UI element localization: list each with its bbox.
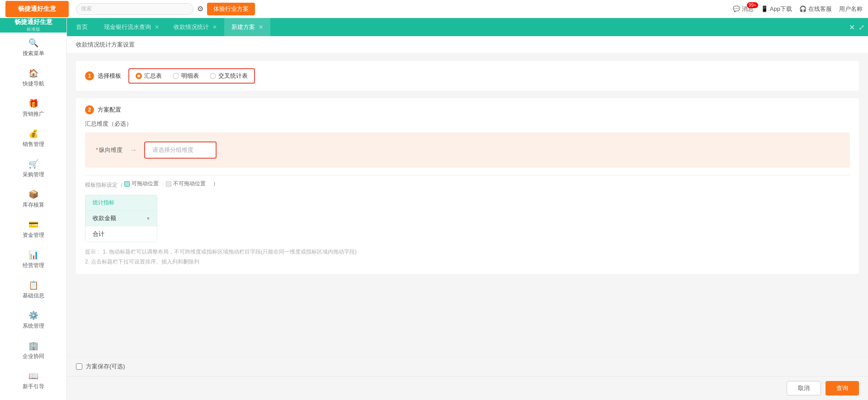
sidebar-item-finance[interactable]: 💳 资金管理: [0, 214, 66, 245]
sidebar-label-search-menu: 搜索菜单: [23, 50, 44, 57]
sidebar-item-quick-nav[interactable]: 🏠 快捷导航: [0, 63, 66, 93]
user-area[interactable]: 用户名称: [839, 5, 863, 13]
step1-badge: 1: [85, 71, 94, 80]
required-star: *: [96, 146, 98, 153]
marketing-icon: 🎁: [28, 99, 38, 108]
sidebar-item-search-menu[interactable]: 🔍 搜索菜单: [0, 33, 66, 63]
tab-receipt-stats[interactable]: 收款情况统计 ✕: [166, 18, 224, 36]
sidebar-item-basic[interactable]: 📋 基础信息: [0, 275, 66, 305]
dimension-area: *纵向维度 → 请选择分组维度: [85, 132, 850, 168]
top-bar: 畅捷通好生意 搜索 ⚙ 体验行业方案 💬 消息 99+ 📱 App下载 🎧 在线…: [0, 0, 868, 18]
hint-1: 提示： 1. 拖动标题栏可以调整布局，不可跨维度或指标区域拖动栏目字段(只能在同…: [85, 247, 850, 257]
sidebar-label-quick-nav: 快捷导航: [23, 80, 44, 88]
settings-icon[interactable]: ⚙: [197, 5, 203, 13]
sidebar-label-operation: 经营管理: [23, 262, 44, 269]
sidebar-label-marketing: 营销推广: [23, 110, 44, 118]
system-icon: ⚙️: [28, 311, 38, 320]
indicator-desc: 模板指标设定（ 可拖动位置 不可拖动位置 ）: [85, 180, 850, 191]
guide-icon: 📖: [28, 371, 38, 381]
indicator-section: 模板指标设定（ 可拖动位置 不可拖动位置 ）: [85, 180, 850, 244]
arrow-icon: →: [130, 146, 137, 154]
sidebar-item-marketing[interactable]: 🎁 营销推广: [0, 93, 66, 123]
sidebar-label-purchase: 采购管理: [23, 171, 44, 179]
sidebar-label-basic: 基础信息: [23, 292, 44, 300]
industry-btn[interactable]: 体验行业方案: [207, 3, 255, 15]
inventory-icon: 📦: [28, 189, 38, 199]
top-bar-actions: 💬 消息 99+ 📱 App下载 🎧 在线客服 用户名称: [733, 5, 863, 13]
sidebar-item-inventory[interactable]: 📦 库存核算: [0, 184, 66, 214]
step2-badge: 2: [85, 105, 94, 114]
hint-2: 2. 点击标题栏下拉可设置排序、插入列和删除列: [85, 257, 850, 267]
sidebar-item-enterprise[interactable]: 🏢 企业协同: [0, 335, 66, 366]
search-placeholder-text: 搜索: [81, 5, 92, 13]
receipts-dropdown-icon[interactable]: ▾: [147, 216, 150, 221]
query-button[interactable]: 查询: [826, 381, 859, 395]
radio-cross-circle: [210, 73, 216, 79]
enterprise-icon: 🏢: [28, 341, 38, 351]
download-area[interactable]: 📱 App下载: [761, 5, 792, 13]
tab-receipt-stats-close[interactable]: ✕: [212, 24, 217, 30]
indicator-table-body: 收款金额 ▾ 合计: [85, 211, 157, 242]
step1-label: 1 选择模板: [85, 71, 121, 80]
dimension-title: 汇总维度（必选）: [85, 120, 850, 128]
sidebar-label-sales: 销售管理: [23, 141, 44, 148]
radio-summary-circle: [136, 73, 142, 79]
fixed-dot: [166, 181, 171, 187]
sidebar-item-purchase[interactable]: 🛒 采购管理: [0, 154, 66, 184]
template-radio-group: 汇总表 明细表 交叉统计表: [128, 68, 255, 84]
sidebar-item-hardware[interactable]: 🖥️ 智能硬件: [0, 396, 66, 400]
indicator-row-receipts[interactable]: 收款金额 ▾: [85, 211, 157, 226]
indicator-row-total: 合计: [85, 226, 157, 242]
hint-section: 提示： 1. 拖动标题栏可以调整布局，不可跨维度或指标区域拖动栏目字段(只能在同…: [85, 247, 850, 267]
sidebar-item-guide[interactable]: 📖 新手引导: [0, 366, 66, 396]
sidebar-item-sales[interactable]: 💰 销售管理: [0, 123, 66, 154]
tab-bank-flow[interactable]: 现金银行流水查询 ✕: [97, 18, 166, 36]
save-checkbox[interactable]: [76, 363, 82, 370]
dimension-row: *纵向维度 → 请选择分组维度: [96, 141, 839, 159]
indicator-table: 统计指标 收款金额 ▾ 合计: [85, 195, 157, 242]
radio-detail[interactable]: 明细表: [173, 72, 199, 80]
sidebar-logo-text: 畅捷通好生意: [14, 18, 52, 26]
window-maximize-icon[interactable]: ⤢: [859, 23, 864, 32]
movable-dot: [124, 181, 130, 187]
legend-fixed: 不可拖动位置: [166, 180, 206, 188]
quick-nav-icon: 🏠: [28, 68, 38, 78]
tab-bank-flow-close[interactable]: ✕: [155, 24, 159, 30]
sidebar-edition: 标准版: [27, 26, 40, 33]
main-content: 首页 现金银行流水查询 ✕ 收款情况统计 ✕ 新建方案 ✕ ✕ ⤢: [67, 18, 868, 400]
search-menu-icon: 🔍: [28, 38, 38, 48]
sidebar-item-system[interactable]: ⚙️ 系统管理: [0, 305, 66, 335]
message-icon-area[interactable]: 💬 消息 99+: [733, 5, 754, 13]
app-logo: 畅捷通好生意: [5, 1, 69, 17]
layout: 畅捷通好生意 标准版 🔍 搜索菜单 🏠 快捷导航 🎁 营销推广 💰 销售管理 🛒…: [0, 18, 868, 400]
basic-icon: 📋: [28, 280, 38, 290]
indicator-legend: 可拖动位置 不可拖动位置 ）: [124, 180, 218, 188]
search-bar[interactable]: 搜索: [76, 3, 193, 15]
sidebar-item-operation[interactable]: 📊 经营管理: [0, 245, 66, 275]
template-row: 1 选择模板 汇总表 明细表: [85, 68, 850, 84]
radio-summary[interactable]: 汇总表: [136, 72, 162, 80]
tab-window-actions: ✕ ⤢: [845, 18, 868, 36]
step2-title: 2 方案配置: [85, 105, 850, 114]
sidebar-logo: 畅捷通好生意 标准版: [0, 18, 66, 33]
radio-detail-circle: [173, 73, 179, 79]
sidebar-label-finance: 资金管理: [23, 231, 44, 239]
tab-new-plan[interactable]: 新建方案 ✕: [224, 18, 270, 36]
step2-section: 2 方案配置 汇总维度（必选） *纵向维度 →: [76, 98, 859, 274]
tab-new-plan-close[interactable]: ✕: [259, 24, 263, 30]
breadcrumb: 收款情况统计方案设置: [67, 36, 868, 54]
tab-bar: 首页 现金银行流水查询 ✕ 收款情况统计 ✕ 新建方案 ✕ ✕ ⤢: [67, 18, 868, 36]
service-area[interactable]: 🎧 在线客服: [799, 5, 832, 13]
sidebar-label-inventory: 库存核算: [23, 201, 44, 209]
operation-icon: 📊: [28, 250, 38, 260]
sidebar-label-guide: 新手引导: [23, 383, 44, 391]
cancel-button[interactable]: 取消: [787, 381, 821, 395]
content-area: 收款情况统计方案设置 1 选择模板 汇总表: [67, 36, 868, 376]
dimension-select[interactable]: 请选择分组维度: [144, 141, 217, 159]
window-close-icon[interactable]: ✕: [849, 23, 855, 32]
finance-icon: 💳: [28, 220, 38, 230]
tab-home[interactable]: 首页: [67, 18, 97, 36]
radio-cross[interactable]: 交叉统计表: [210, 72, 248, 80]
legend-movable: 可拖动位置: [124, 180, 159, 188]
indicator-table-header: 统计指标: [85, 195, 157, 211]
